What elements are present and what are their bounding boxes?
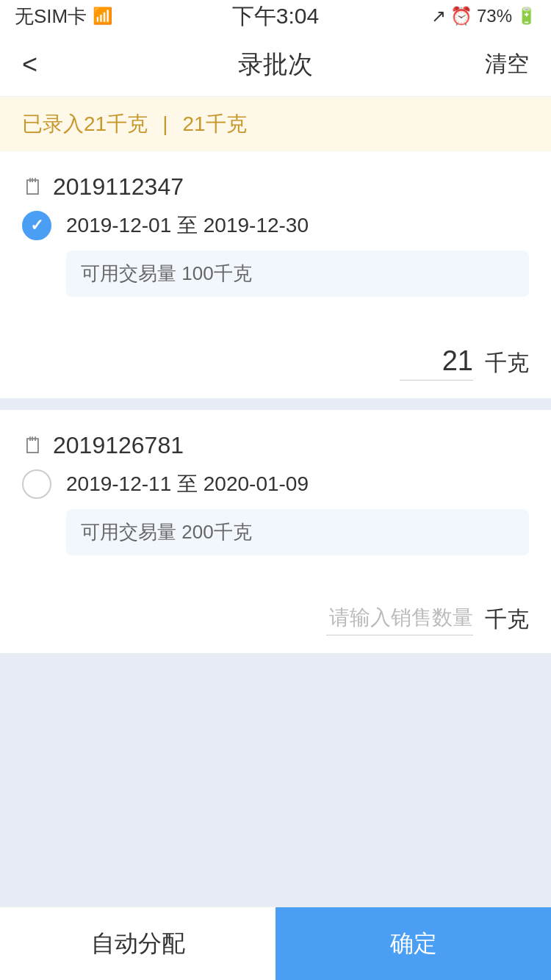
status-time: 下午3:04	[232, 1, 319, 32]
location-icon: ↗	[431, 6, 446, 26]
batch1-id: 2019112347	[53, 173, 184, 201]
clear-button[interactable]: 清空	[485, 49, 529, 79]
batch2-row[interactable]: 2019-12-11 至 2020-01-09	[22, 469, 529, 499]
sim-text: 无SIM卡	[15, 4, 87, 29]
batch1-doc-icon: 🗒	[22, 175, 44, 200]
batch2-input-row: 请输入销售数量 千克	[0, 592, 551, 653]
wifi-icon: 📶	[93, 7, 112, 26]
batch1-date-range: 2019-12-01 至 2019-12-30	[66, 212, 309, 239]
batch2-doc-icon: 🗒	[22, 433, 44, 458]
battery-text: 73%	[477, 6, 512, 26]
section-divider	[0, 398, 551, 410]
content-area: 已录入21千克 | 21千克 🗒 2019112347 2019-12-01 至…	[0, 97, 551, 980]
batch1-radio[interactable]	[22, 211, 51, 240]
empty-area	[0, 653, 551, 947]
batch2-radio[interactable]	[22, 469, 51, 499]
status-bar: 无SIM卡 📶 下午3:04 ↗ ⏰ 73% 🔋	[0, 0, 551, 32]
batch1-unit: 千克	[485, 348, 529, 378]
nav-bar: < 录批次 清空	[0, 32, 551, 97]
status-left: 无SIM卡 📶	[15, 4, 112, 29]
batch-item-2: 🗒 2019126781 2019-12-11 至 2020-01-09 可用交…	[0, 410, 551, 592]
auto-distribute-button[interactable]: 自动分配	[0, 907, 276, 980]
status-right: ↗ ⏰ 73% 🔋	[431, 6, 536, 26]
bottom-bar: 自动分配 确定	[0, 907, 551, 980]
batch1-quantity-row: 21 千克	[0, 334, 551, 398]
summary-amount: 21千克	[182, 110, 246, 138]
batch-item-1: 🗒 2019112347 2019-12-01 至 2019-12-30 可用交…	[0, 151, 551, 334]
batch1-quantity-value[interactable]: 21	[442, 345, 473, 376]
summary-divider: |	[162, 112, 168, 136]
batch1-quantity-value-wrapper: 21	[400, 345, 473, 381]
batch1-header: 🗒 2019112347	[22, 173, 529, 201]
batch2-date-range: 2019-12-11 至 2020-01-09	[66, 470, 309, 498]
batch2-input-placeholder[interactable]: 请输入销售数量	[326, 604, 473, 632]
batch1-row[interactable]: 2019-12-01 至 2019-12-30	[22, 211, 529, 240]
batch2-input-wrapper: 请输入销售数量	[326, 604, 473, 635]
confirm-button[interactable]: 确定	[276, 907, 551, 980]
batch2-availability: 可用交易量 200千克	[66, 509, 529, 555]
batch2-id: 2019126781	[53, 432, 184, 459]
batch1-availability: 可用交易量 100千克	[66, 251, 529, 297]
summary-bar: 已录入21千克 | 21千克	[0, 97, 551, 151]
batch2-header: 🗒 2019126781	[22, 432, 529, 459]
summary-recorded: 已录入21千克	[22, 110, 148, 138]
back-button[interactable]: <	[22, 49, 66, 80]
page-title: 录批次	[238, 48, 313, 82]
alarm-icon: ⏰	[450, 6, 472, 26]
batch2-unit: 千克	[485, 605, 529, 635]
battery-icon: 🔋	[516, 7, 536, 26]
